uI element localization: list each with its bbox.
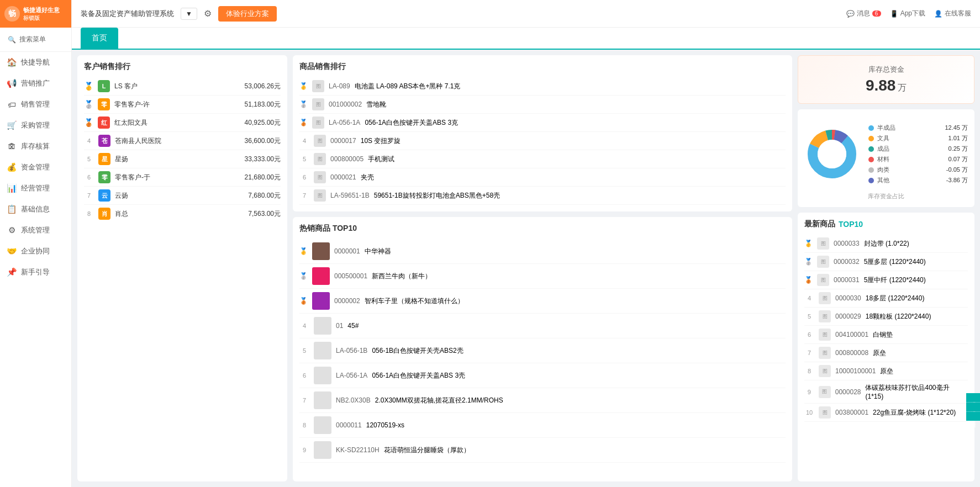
sidebar-item-basic-info[interactable]: 📋 基础信息 <box>0 199 71 220</box>
latest-medal-3: 🥉 <box>804 276 813 284</box>
sidebar: 畅 畅捷通好生意 标锁版 🔍 搜索菜单 🏠 快捷导航 📢 营销推广 🏷 销售管理… <box>0 0 72 487</box>
latest-code-8: 10000100001 <box>835 367 876 375</box>
customer-row-2: 🥈 零 零售客户-许 51,183.00元 <box>84 96 281 114</box>
latest-row-8: 8 图 10000100001 原垒 <box>804 362 968 380</box>
avatar-8: 肖 <box>98 208 110 220</box>
hot-img-9 <box>314 441 331 459</box>
sidebar-item-enterprise[interactable]: 🤝 企业协同 <box>0 241 71 262</box>
product-img-7: 图 <box>314 189 326 202</box>
latest-name-3: 5厘中纤 (1220*2440) <box>864 276 926 285</box>
product-row-7: 7 图 LA-59651-1B 59651-1B旋转投影灯电池盒ABS黑色+58… <box>299 187 786 205</box>
latest-img-8: 图 <box>819 365 831 377</box>
float-live-btn[interactable]: 直播 <box>966 412 980 421</box>
medal-3: 🥉 <box>84 118 93 127</box>
customer-ranking-table: 🥇 L LS 客户 53,006.26元 🥈 零 零售客户-许 51,183.0… <box>84 77 281 223</box>
sidebar-item-marketing[interactable]: 📢 营销推广 <box>0 73 71 94</box>
latest-code-4: 0000030 <box>835 294 861 302</box>
latest-rank-8: 8 <box>804 368 814 374</box>
settings-button[interactable]: ⚙ <box>204 8 212 19</box>
hot-img-7 <box>314 391 331 409</box>
sidebar-item-sales[interactable]: 🏷 销售管理 <box>0 94 71 115</box>
customer-row-5: 5 星 星扬 33,333.00元 <box>84 150 281 168</box>
finance-icon: 💰 <box>7 162 17 172</box>
donut-legend: 半成品 12.45 万 文具 1.01 万 成品 0.25 万 <box>868 123 968 186</box>
hot-row-5: 5 LA-056-1B 056-1B白色按键开关壳ABS2壳 <box>299 338 786 363</box>
customer-row-6: 6 零 零售客户-于 21,680.00元 <box>84 168 281 187</box>
product-name-4: 10S 变扭罗旋 <box>361 136 401 146</box>
latest-row-3: 🥉 图 0000031 5厘中纤 (1220*2440) <box>804 271 968 289</box>
operations-icon: 📊 <box>7 183 17 193</box>
system-dropdown-btn[interactable]: ▼ <box>181 8 197 20</box>
donut-section: 半成品 12.45 万 文具 1.01 万 成品 0.25 万 <box>804 116 968 192</box>
messages-item[interactable]: 💬 消息 6 <box>846 9 881 18</box>
latest-code-1: 0000033 <box>834 240 860 247</box>
customer-amount-8: 7,563.00元 <box>248 209 281 219</box>
product-sales-table: 🥇 图 LA-089 电池盖 LA-089 ABS本色+黑种 7.1克 🥈 图 … <box>299 77 786 205</box>
legend-dot-5 <box>868 178 874 183</box>
legend-dot-4 <box>868 167 874 173</box>
basic-info-icon: 📋 <box>7 204 17 214</box>
sidebar-item-guide[interactable]: 📌 新手引导 <box>0 262 71 283</box>
customer-row-3: 🥉 红 红太阳文具 40,925.00元 <box>84 114 281 132</box>
legend-item-2: 成品 0.25 万 <box>868 144 968 154</box>
product-name-2: 雪地靴 <box>366 100 386 109</box>
customer-amount-1: 53,006.26元 <box>245 82 281 91</box>
inventory-card: 库存总资金 9.88 万 <box>798 55 974 104</box>
customer-amount-6: 21,680.00元 <box>245 173 281 182</box>
sidebar-item-inventory[interactable]: 🏚 库存核算 <box>0 136 71 157</box>
product-code-2: 001000002 <box>329 100 362 108</box>
latest-row-6: 6 图 004100001 白钢垫 <box>804 326 968 344</box>
latest-row-5: 5 图 0000029 18颗粒板 (1220*2440) <box>804 308 968 326</box>
sidebar-item-shortcut[interactable]: 🏠 快捷导航 <box>0 52 71 73</box>
app-download-item[interactable]: 📱 App下载 <box>890 9 925 18</box>
avatar-3: 红 <box>98 117 110 129</box>
trial-button[interactable]: 体验行业方案 <box>218 6 277 22</box>
legend-item-5: 其他 -3.86 万 <box>868 175 968 186</box>
topbar-right: 💬 消息 6 📱 App下载 👤 在线客服 <box>846 9 971 18</box>
avatar-2: 零 <box>98 98 110 110</box>
legend-dot-0 <box>868 125 874 131</box>
sidebar-item-purchase[interactable]: 🛒 采购管理 <box>0 115 71 136</box>
search-menu-button[interactable]: 🔍 搜索菜单 <box>4 32 67 47</box>
inventory-icon: 🏚 <box>7 142 17 151</box>
product-img-1: 图 <box>312 80 324 92</box>
hot-name-4: 45# <box>347 322 359 330</box>
latest-code-7: 000800008 <box>835 349 868 357</box>
latest-medal-2: 🥈 <box>804 258 813 266</box>
latest-name-10: 22g鱼豆腐-烧烤味 (1*12*20) <box>873 408 956 417</box>
latest-row-7: 7 图 000800008 原垒 <box>804 344 968 362</box>
hot-img-2 <box>312 267 330 285</box>
inventory-label: 库存总资金 <box>807 65 965 75</box>
sidebar-item-operations[interactable]: 📊 经营管理 <box>0 178 71 199</box>
search-section: 🔍 搜索菜单 <box>0 28 71 52</box>
product-img-2: 图 <box>312 98 324 110</box>
online-service-item[interactable]: 👤 在线客服 <box>934 9 971 18</box>
customer-amount-4: 36,600.00元 <box>245 136 281 146</box>
hot-img-5 <box>314 342 331 359</box>
sidebar-item-system[interactable]: ⚙ 系统管理 <box>0 220 71 241</box>
product-name-5: 手机测试 <box>368 155 394 164</box>
hot-img-4 <box>314 317 331 335</box>
customer-name-3: 红太阳文具 <box>114 118 240 128</box>
hot-row-1: 🥇 0000001 中华神器 <box>299 239 786 264</box>
hot-img-6 <box>314 367 331 384</box>
avatar-4: 苍 <box>98 135 110 147</box>
product-code-3: LA-056-1A <box>329 119 360 126</box>
hot-code-7: NB2.0X30B <box>336 396 371 404</box>
hot-name-7: 2.0X30MM双搓花轴,搓花直径2.1MM/ROHS <box>375 396 503 405</box>
tab-home[interactable]: 首页 <box>81 28 118 49</box>
latest-img-3: 图 <box>817 274 829 286</box>
product-img-4: 图 <box>314 135 326 147</box>
float-community-btn[interactable]: 服务社区 <box>966 403 980 412</box>
latest-rank-7: 7 <box>804 350 814 356</box>
latest-name-9: 体碳荔枝味苏打饮品400毫升 (1*15) <box>865 383 968 400</box>
latest-img-7: 图 <box>819 347 831 359</box>
product-code-5: 000800005 <box>330 155 363 163</box>
hot-row-8: 8 0000011 12070519-xs <box>299 413 786 438</box>
latest-rank-10: 10 <box>804 409 814 416</box>
hot-row-4: 4 01 45# <box>299 314 786 338</box>
sidebar-item-finance[interactable]: 💰 资金管理 <box>0 157 71 178</box>
float-service-btn[interactable]: 客服热线 <box>966 393 980 403</box>
latest-name-8: 原垒 <box>880 367 893 376</box>
product-code-6: 0000021 <box>330 173 356 181</box>
